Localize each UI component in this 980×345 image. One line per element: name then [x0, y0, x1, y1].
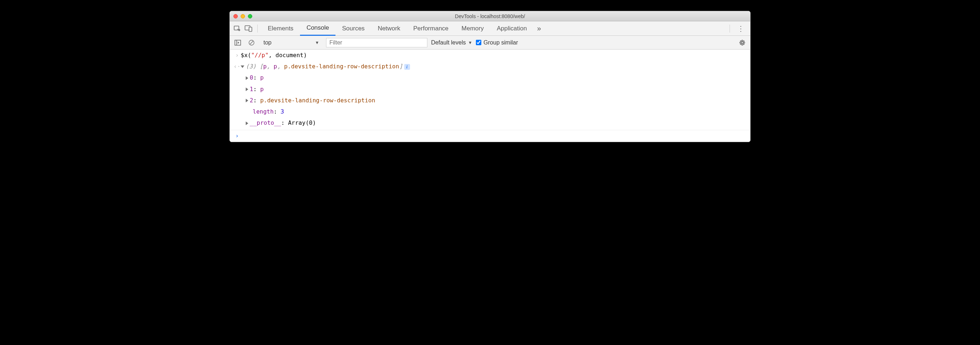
divider — [257, 25, 258, 33]
log-levels-select[interactable]: Default levels ▼ — [431, 40, 472, 46]
svg-rect-2 — [249, 27, 252, 32]
titlebar: DevTools - localhost:8080/web/ — [230, 11, 750, 21]
expand-toggle-icon[interactable] — [246, 76, 248, 80]
group-similar-checkbox[interactable]: Group similar — [476, 40, 518, 46]
tab-elements[interactable]: Elements — [261, 21, 300, 36]
console-prompt-line[interactable]: › — [230, 130, 750, 141]
tab-console[interactable]: Console — [300, 21, 336, 36]
console-toolbar: top ▼ Default levels ▼ Group similar — [230, 36, 750, 49]
array-item-row[interactable]: 1: p — [230, 84, 750, 95]
expand-toggle-icon[interactable] — [246, 87, 248, 91]
sidebar-toggle-icon[interactable] — [233, 38, 243, 48]
tab-application[interactable]: Application — [490, 21, 533, 36]
tabs-overflow-button[interactable]: » — [533, 24, 545, 33]
levels-label: Default levels — [431, 40, 466, 46]
input-chevron-icon: › — [234, 50, 241, 60]
divider — [730, 25, 730, 33]
console-output: › $x("//p", document) ‹· (3) [p, p, p.de… — [230, 49, 750, 142]
svg-line-6 — [250, 41, 253, 45]
array-length-row: length: 3 — [230, 106, 750, 117]
context-label: top — [264, 40, 271, 46]
clear-console-icon[interactable] — [247, 38, 256, 48]
expand-toggle-icon[interactable] — [246, 99, 248, 102]
tab-network[interactable]: Network — [371, 21, 407, 36]
array-proto-row[interactable]: __proto__: Array(0) — [230, 117, 750, 129]
main-tabs: Elements Console Sources Network Perform… — [230, 21, 750, 36]
inspect-element-icon[interactable] — [232, 24, 242, 33]
tab-sources[interactable]: Sources — [336, 21, 371, 36]
group-similar-input[interactable] — [476, 40, 481, 45]
array-item-row[interactable]: 2: p.devsite-landing-row-description — [230, 95, 750, 106]
output-chevron-icon: ‹· — [234, 62, 241, 71]
console-input-line[interactable]: › $x("//p", document) — [230, 49, 750, 61]
input-code: $x("//p", document) — [241, 50, 746, 60]
prompt-chevron-icon: › — [234, 131, 241, 141]
info-icon[interactable]: i — [404, 64, 410, 70]
group-similar-label: Group similar — [484, 40, 518, 46]
tab-memory[interactable]: Memory — [455, 21, 490, 36]
array-item-row[interactable]: 0: p — [230, 72, 750, 83]
execution-context-select[interactable]: top ▼ — [260, 38, 323, 47]
console-result-line[interactable]: ‹· (3) [p, p, p.devsite-landing-row-desc… — [230, 61, 750, 72]
devtools-window: DevTools - localhost:8080/web/ Elements … — [229, 11, 751, 142]
filter-input[interactable] — [326, 38, 427, 48]
tab-performance[interactable]: Performance — [407, 21, 455, 36]
expand-toggle-icon[interactable] — [246, 121, 248, 125]
expand-toggle-icon[interactable] — [241, 65, 244, 68]
window-title: DevTools - localhost:8080/web/ — [230, 13, 750, 19]
console-settings-icon[interactable] — [737, 38, 747, 48]
device-toolbar-icon[interactable] — [243, 24, 254, 33]
chevron-down-icon: ▼ — [468, 40, 472, 45]
result-summary: (3) [p, p, p.devsite-landing-row-descrip… — [241, 62, 746, 71]
chevron-down-icon: ▼ — [315, 40, 319, 45]
settings-menu-button[interactable]: ⋮ — [733, 27, 748, 30]
